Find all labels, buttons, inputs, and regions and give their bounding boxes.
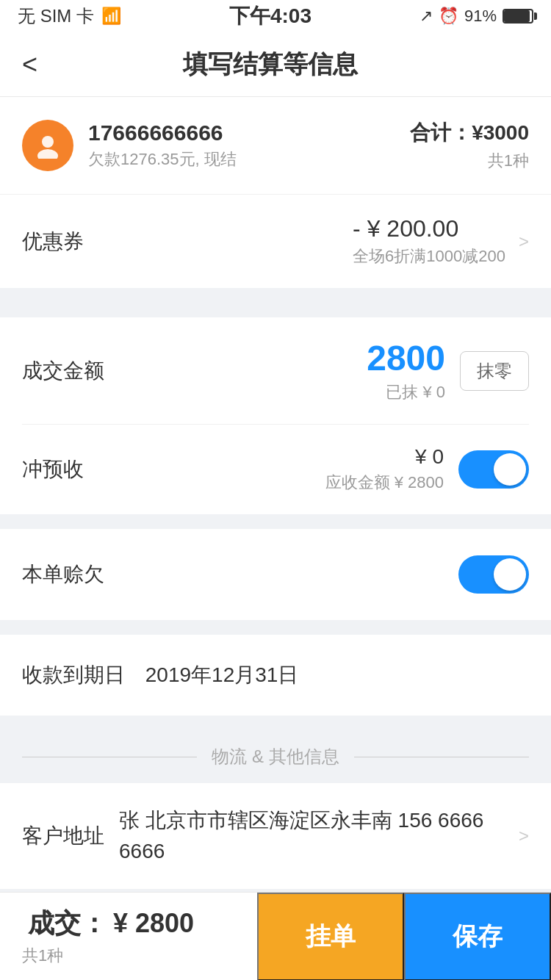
round-button[interactable]: 抹零 [460, 351, 529, 391]
coupon-row[interactable]: 优惠券 - ¥ 200.00 全场6折满1000减200 > [0, 195, 551, 288]
prepay-amount: ¥ 0 [325, 445, 444, 469]
svg-point-0 [42, 136, 54, 148]
total-amount: 合计：¥3000 [410, 119, 529, 147]
due-date-value: 2019年12月31日 [145, 663, 299, 686]
wifi-icon: 📶 [101, 7, 121, 26]
address-label: 客户地址 [22, 822, 104, 850]
bottom-count: 共1种 [22, 945, 235, 967]
address-chevron-icon: > [519, 826, 529, 846]
due-date-section: 收款到期日 2019年12月31日 [0, 635, 551, 716]
section-divider-1 [0, 303, 551, 317]
section-divider-2 [0, 514, 551, 529]
main-content: 17666666666 欠款1276.35元, 现结 合计：¥3000 共1种 … [0, 97, 551, 980]
amount-sub: 已抹 ¥ 0 [367, 381, 445, 403]
total-count: 共1种 [410, 150, 529, 172]
prepay-amount-block: ¥ 0 应收金额 ¥ 2800 [325, 445, 444, 494]
debt-section: 本单赊欠 [0, 529, 551, 620]
status-time: 下午4:03 [229, 2, 311, 30]
bottom-deal-row: 成交：¥ 2800 [22, 906, 235, 942]
bottom-summary: 成交：¥ 2800 共1种 [0, 906, 257, 967]
amount-label: 成交金额 [22, 357, 104, 385]
customer-info: 17666666666 欠款1276.35元, 现结 [88, 120, 237, 170]
amount-right: 2800 已抹 ¥ 0 抹零 [367, 338, 529, 403]
customer-row: 17666666666 欠款1276.35元, 现结 合计：¥3000 共1种 [0, 97, 551, 195]
customer-note: 欠款1276.35元, 现结 [88, 148, 237, 170]
amount-block: 2800 已抹 ¥ 0 [367, 338, 445, 403]
coupon-right: - ¥ 200.00 全场6折满1000减200 > [353, 215, 529, 267]
battery-percent: 91% [464, 7, 497, 26]
prepay-right: ¥ 0 应收金额 ¥ 2800 [325, 445, 529, 494]
amount-value: 2800 [367, 338, 445, 378]
deal-amount: ¥ 2800 [113, 908, 194, 938]
amount-row: 成交金额 2800 已抹 ¥ 0 抹零 [22, 317, 529, 425]
battery-icon [503, 9, 533, 24]
save-button[interactable]: 保存 [404, 893, 551, 981]
page-title: 填写结算等信息 [52, 48, 488, 82]
customer-card: 17666666666 欠款1276.35元, 现结 合计：¥3000 共1种 … [0, 97, 551, 288]
debt-toggle-knob [494, 558, 526, 591]
logistics-line-left [22, 757, 197, 757]
prepay-due: 应收金额 ¥ 2800 [325, 472, 444, 494]
coupon-label: 优惠券 [22, 228, 84, 256]
coupon-discount: - ¥ 200.00 [353, 215, 505, 242]
debt-toggle[interactable] [458, 555, 529, 594]
prepay-toggle[interactable] [458, 450, 529, 489]
coupon-chevron-icon: > [519, 231, 529, 252]
status-bar: 无 SIM 卡 📶 下午4:03 ↗ ⏰ 91% [0, 0, 551, 32]
due-date-label: 收款到期日 [22, 663, 125, 686]
customer-phone: 17666666666 [88, 120, 237, 145]
battery-fill [504, 10, 530, 22]
status-right: ↗ ⏰ 91% [419, 7, 533, 26]
nav-bar: < 填写结算等信息 [0, 32, 551, 97]
prepay-row: 冲预收 ¥ 0 应收金额 ¥ 2800 [22, 425, 529, 514]
pending-button[interactable]: 挂单 [257, 893, 404, 981]
no-sim-label: 无 SIM 卡 [18, 4, 94, 28]
debt-label: 本单赊欠 [22, 561, 104, 588]
amount-section: 成交金额 2800 已抹 ¥ 0 抹零 冲预收 ¥ 0 应收金额 ¥ 2800 [0, 317, 551, 514]
customer-right: 合计：¥3000 共1种 [410, 119, 529, 172]
deal-prefix: 成交： [28, 908, 107, 938]
toggle-knob [494, 453, 526, 486]
address-section[interactable]: 客户地址 张 北京市市辖区海淀区永丰南 156 6666 6666 > [0, 783, 551, 889]
prepay-label: 冲预收 [22, 455, 84, 483]
svg-point-1 [37, 149, 58, 159]
logistics-label: 物流 & 其他信息 [197, 745, 353, 768]
back-button[interactable]: < [22, 49, 37, 80]
logistics-divider: 物流 & 其他信息 [0, 730, 551, 783]
debt-row: 本单赊欠 [22, 529, 529, 620]
alarm-icon: ⏰ [439, 7, 458, 26]
location-icon: ↗ [419, 7, 433, 26]
coupon-info: - ¥ 200.00 全场6折满1000减200 [353, 215, 505, 267]
coupon-detail: 全场6折满1000减200 [353, 245, 505, 267]
customer-left: 17666666666 欠款1276.35元, 现结 [22, 120, 237, 171]
bottom-bar: 成交：¥ 2800 共1种 挂单 保存 [0, 892, 551, 980]
address-content: 张 北京市市辖区海淀区永丰南 156 6666 6666 [119, 805, 513, 867]
logistics-line-right [354, 757, 529, 757]
avatar [22, 120, 73, 171]
status-left: 无 SIM 卡 📶 [18, 4, 121, 28]
